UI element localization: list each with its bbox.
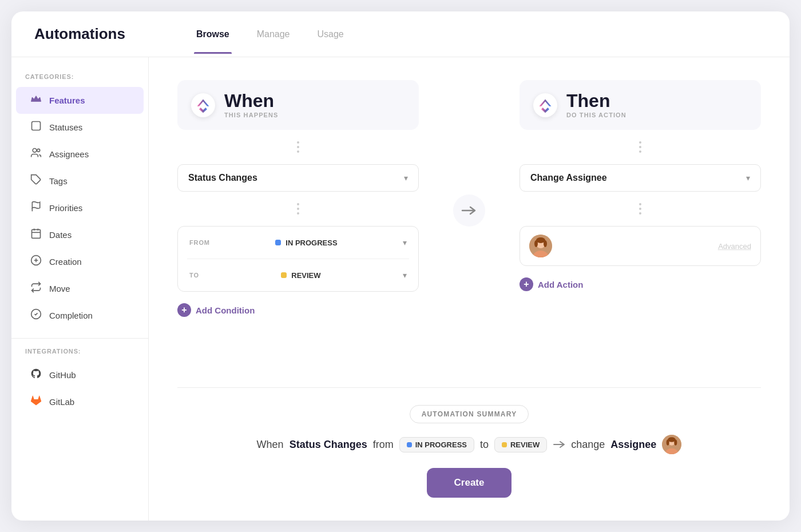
summary-change-text: change <box>571 439 605 451</box>
to-value-group: REVIEW <box>281 271 320 280</box>
when-subtitle: THIS HAPPENS <box>224 112 279 118</box>
main-content: When THIS HAPPENS Status Changes ▾ <box>149 57 790 521</box>
sidebar-item-priorities[interactable]: Priorities <box>16 194 144 221</box>
svg-point-24 <box>675 440 677 446</box>
assignee-card: Advanced <box>520 226 761 266</box>
automation-builder: When THIS HAPPENS Status Changes ▾ <box>177 80 761 364</box>
header: Automations Browse Manage Usage <box>11 11 790 57</box>
summary-when: When <box>257 439 284 451</box>
summary-to-text: to <box>480 439 489 451</box>
when-logo <box>191 93 215 117</box>
advanced-link[interactable]: Advanced <box>718 242 751 251</box>
summary-avatar <box>662 435 681 454</box>
svg-point-2 <box>37 149 40 152</box>
dates-icon <box>30 228 42 242</box>
dot <box>297 146 299 148</box>
add-action-button[interactable]: + Add Action <box>520 275 761 293</box>
sidebar: CATEGORIES: Features Statuses <box>11 57 149 521</box>
app-title: Automations <box>34 11 125 57</box>
when-block-header: When THIS HAPPENS <box>177 80 419 130</box>
trigger-select-value: Status Changes <box>188 173 257 183</box>
integrations-label: INTEGRATIONS: <box>11 348 148 362</box>
summary-status-changes: Status Changes <box>290 439 367 451</box>
action-block: Then DO THIS ACTION Change Assignee ▾ <box>520 80 761 293</box>
arrow-connector <box>453 80 485 227</box>
sidebar-item-move-label: Move <box>49 284 70 293</box>
tab-browse[interactable]: Browse <box>194 15 232 53</box>
summary-from-dot <box>407 442 412 447</box>
to-status-text: REVIEW <box>291 271 320 280</box>
then-title: Then <box>566 92 626 110</box>
tags-icon <box>30 174 42 188</box>
to-label: TO <box>189 272 199 279</box>
completion-icon <box>30 308 42 323</box>
arrow-circle <box>453 194 485 227</box>
summary-assignee: Assignee <box>610 439 656 451</box>
add-condition-button[interactable]: + Add Condition <box>177 301 419 319</box>
from-label: FROM <box>189 239 210 246</box>
trigger-select[interactable]: Status Changes ▾ <box>177 164 419 192</box>
sidebar-item-github-label: GitHub <box>49 370 76 380</box>
from-select[interactable]: FROM IN PROGRESS ▾ <box>187 235 409 251</box>
summary-from-text: from <box>373 439 394 451</box>
summary-arrow-icon <box>553 440 565 449</box>
tab-usage[interactable]: Usage <box>315 15 346 53</box>
summary-from-value: IN PROGRESS <box>415 440 467 449</box>
action-select[interactable]: Change Assignee ▾ <box>520 164 761 192</box>
summary-badge: AUTOMATION SUMMARY <box>410 405 529 423</box>
summary-text: When Status Changes from IN PROGRESS to … <box>257 435 682 454</box>
sidebar-item-tags[interactable]: Tags <box>16 168 144 194</box>
sidebar-item-github[interactable]: GitHub <box>16 362 144 388</box>
then-subtitle: DO THIS ACTION <box>566 112 626 118</box>
move-icon <box>30 281 42 296</box>
sidebar-item-features[interactable]: Features <box>16 87 144 114</box>
dot <box>639 208 641 210</box>
to-status-dot <box>281 272 287 278</box>
dot <box>297 212 299 215</box>
svg-point-1 <box>33 149 37 153</box>
sidebar-item-priorities-label: Priorities <box>49 203 82 213</box>
to-select[interactable]: TO REVIEW ▾ <box>187 267 409 283</box>
action-select-value: Change Assignee <box>530 173 607 183</box>
create-button[interactable]: Create <box>427 468 512 498</box>
sidebar-item-gitlab[interactable]: GitLab <box>16 388 144 415</box>
add-action-label: Add Action <box>538 280 583 289</box>
dot <box>297 150 299 153</box>
sidebar-item-assignees[interactable]: Assignees <box>16 141 144 168</box>
sidebar-item-creation[interactable]: Creation <box>16 248 144 275</box>
sidebar-item-statuses[interactable]: Statuses <box>16 114 144 141</box>
summary-from-pill: IN PROGRESS <box>399 437 474 452</box>
dot <box>297 141 299 144</box>
svg-rect-5 <box>32 229 41 238</box>
summary-section: AUTOMATION SUMMARY When Status Changes f… <box>177 387 761 498</box>
add-condition-icon: + <box>177 303 191 317</box>
svg-rect-0 <box>32 122 41 130</box>
dot <box>639 150 641 153</box>
dot <box>639 212 641 215</box>
tab-manage[interactable]: Manage <box>255 15 292 53</box>
from-status-text: IN PROGRESS <box>285 239 337 247</box>
then-logo <box>533 93 557 117</box>
when-title: When <box>224 92 279 110</box>
svg-point-23 <box>667 440 669 446</box>
from-value-group: IN PROGRESS <box>275 239 337 247</box>
connector-dots-4 <box>520 201 761 217</box>
priorities-icon <box>30 201 42 215</box>
trigger-chevron-icon: ▾ <box>404 173 408 182</box>
main-tabs: Browse Manage Usage <box>194 15 346 53</box>
connector-dots-3 <box>520 139 761 155</box>
sidebar-item-completion-label: Completion <box>49 311 93 320</box>
svg-point-18 <box>534 240 538 247</box>
sidebar-item-dates[interactable]: Dates <box>16 221 144 248</box>
assignees-icon <box>30 147 42 161</box>
sidebar-item-tags-label: Tags <box>49 176 68 186</box>
action-chevron-icon: ▾ <box>746 173 750 182</box>
then-title-group: Then DO THIS ACTION <box>566 92 626 118</box>
from-chevron-icon: ▾ <box>403 238 407 247</box>
sidebar-item-creation-label: Creation <box>49 257 82 267</box>
crown-icon <box>30 93 42 108</box>
sidebar-item-assignees-label: Assignees <box>49 149 89 159</box>
sidebar-item-move[interactable]: Move <box>16 275 144 302</box>
assignee-avatar <box>529 235 552 257</box>
sidebar-item-completion[interactable]: Completion <box>16 302 144 329</box>
